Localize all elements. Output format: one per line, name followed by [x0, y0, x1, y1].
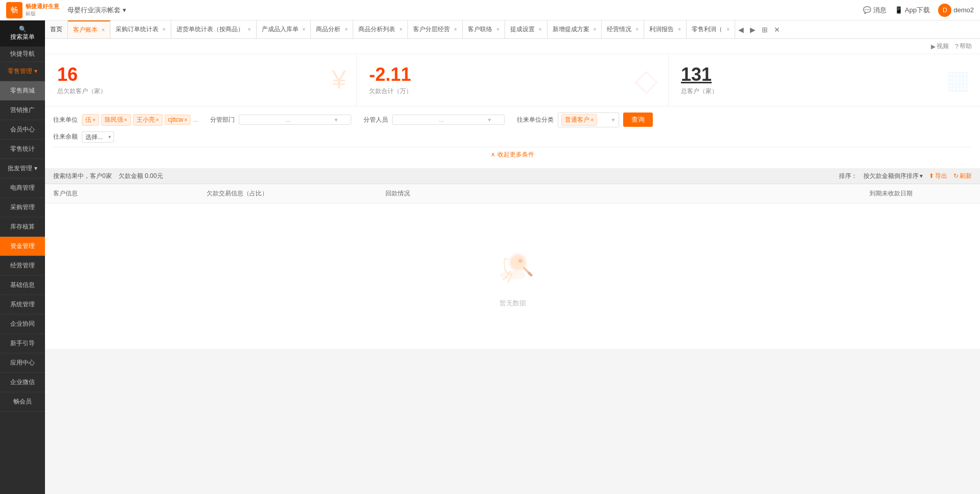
- department-more-btn[interactable]: ...: [286, 117, 290, 123]
- tab-close-product-in[interactable]: ×: [303, 27, 306, 32]
- app-download-button[interactable]: 📱 App下载: [895, 6, 930, 15]
- tab-close-business-status[interactable]: ×: [635, 27, 639, 32]
- sidebar-item-new-guide[interactable]: 新手引导: [0, 334, 45, 353]
- sort-button[interactable]: 按欠款金额倒序排序 ▾: [863, 172, 923, 181]
- tab-profit-report[interactable]: 利润报告 ×: [644, 20, 687, 38]
- balance-select[interactable]: 选择...: [82, 131, 114, 143]
- filter-tag-wang-close[interactable]: ×: [156, 117, 159, 123]
- video-link[interactable]: ▶ 视频: [931, 42, 949, 51]
- tab-nav-more[interactable]: ⊞: [759, 26, 771, 34]
- category-label: 往来单位分类: [517, 116, 554, 124]
- sidebar-item-retail-stats[interactable]: 零售统计: [0, 140, 45, 159]
- sidebar-item-ecommerce[interactable]: 电商管理: [0, 178, 45, 198]
- tab-close-profit-report[interactable]: ×: [678, 27, 681, 32]
- sidebar-item-enterprise[interactable]: 企业协同: [0, 315, 45, 334]
- tab-close-product-analysis-list[interactable]: ×: [399, 27, 402, 32]
- help-link[interactable]: ? 帮助: [955, 42, 972, 51]
- stat-number-amount: -2.11: [369, 64, 411, 85]
- person-more-btn[interactable]: ...: [439, 117, 444, 123]
- tab-customer-accounts[interactable]: 客户账本 ×: [68, 20, 110, 38]
- tab-close-customer-tier[interactable]: ×: [454, 27, 457, 32]
- stat-label-customers: 总欠款客户（家）: [57, 87, 106, 96]
- tab-close-incoming[interactable]: ×: [248, 27, 251, 32]
- table-col-payment: 回款情况: [385, 189, 870, 198]
- balance-label: 往来余额: [53, 132, 78, 141]
- tab-product-analysis[interactable]: 商品分析 ×: [311, 20, 353, 38]
- tab-close-tip-settings[interactable]: ×: [539, 27, 542, 32]
- sidebar-item-finance[interactable]: 资金管理: [0, 237, 45, 256]
- department-label: 分管部门: [210, 116, 235, 124]
- tab-close-product-analysis[interactable]: ×: [345, 27, 348, 32]
- logo-icon: 畅: [6, 2, 22, 18]
- stat-icon-1: ¥: [332, 65, 346, 95]
- filter-tag-wu-close[interactable]: ×: [93, 117, 96, 123]
- top-bar: 畅 畅捷通好生意 标版 母婴行业演示帐套 ▾ 💬 消息 📱 App下载 D de…: [0, 0, 980, 20]
- content-area: 首页 客户账本 × 采购订单统计表 × 进货单统计表（按商品） × 产成品入库单…: [45, 20, 980, 494]
- filter-tag-chen: 陈民强 ×: [101, 114, 131, 126]
- sidebar-item-marketing[interactable]: 营销推广: [0, 101, 45, 120]
- tab-close-purchase[interactable]: ×: [163, 27, 166, 32]
- tab-nav-right[interactable]: ▶: [747, 26, 759, 34]
- empty-state: 暂无数据: [45, 204, 980, 349]
- tab-customer-tier[interactable]: 客户分层经营 ×: [408, 20, 463, 38]
- sidebar-item-retail-mall[interactable]: 零售商城: [0, 81, 45, 101]
- tab-tip-settings[interactable]: 提成设置 ×: [505, 20, 548, 38]
- mobile-icon: 📱: [895, 6, 903, 14]
- tab-close-customer-contact[interactable]: ×: [496, 27, 499, 32]
- tab-product-analysis-list[interactable]: 商品分析列表 ×: [353, 20, 408, 38]
- account-selector[interactable]: 母婴行业演示帐套 ▾: [63, 4, 130, 17]
- user-profile[interactable]: D demo2: [938, 4, 974, 17]
- export-button[interactable]: ⬆ 导出: [929, 172, 947, 181]
- retail-manage-label: 零售管理: [8, 68, 32, 75]
- filter-tag-cjttcw-close[interactable]: ×: [185, 117, 188, 123]
- sidebar-item-app-center[interactable]: 应用中心: [0, 353, 45, 373]
- balance-select-wrap: 选择...: [82, 131, 114, 143]
- table-col-debt-info: 欠款交易信息（占比）: [207, 189, 385, 198]
- sort-arrow-icon: ▾: [920, 172, 923, 179]
- filter-tag-chen-close[interactable]: ×: [124, 117, 127, 123]
- refresh-button[interactable]: ↻ 刷新: [953, 172, 972, 181]
- stat-block-total: ▦ 131 总客户（家）: [669, 54, 980, 106]
- stat-icon-3: ▦: [946, 65, 970, 95]
- filter-row-1: 往来单位 伍 × 陈民强 × 王小亮 ×: [53, 113, 972, 127]
- table-col-customer-info: 客户信息: [53, 189, 207, 198]
- stat-block-customers: ¥ 16 总欠款客户（家）: [45, 54, 357, 106]
- sidebar-item-ops[interactable]: 经营管理: [0, 256, 45, 276]
- video-icon: ▶: [931, 43, 936, 50]
- sidebar-item-system[interactable]: 系统管理: [0, 295, 45, 315]
- sidebar-item-purchase[interactable]: 采购管理: [0, 198, 45, 217]
- filter-tag-wu: 伍 ×: [82, 114, 99, 126]
- sidebar-item-wholesale-manage[interactable]: 批发管理 ▾: [0, 159, 45, 178]
- tab-incoming-stats[interactable]: 进货单统计表（按商品） ×: [171, 20, 257, 38]
- sidebar-item-basic-info[interactable]: 基础信息: [0, 276, 45, 295]
- tab-nav-close-all[interactable]: ✕: [771, 26, 783, 34]
- tab-close-customer-accounts[interactable]: ×: [102, 27, 105, 33]
- tab-home[interactable]: 首页: [45, 20, 68, 38]
- sidebar-item-member[interactable]: 会员中心: [0, 120, 45, 140]
- person-input[interactable]: ... ▼: [392, 115, 505, 125]
- filter-row-2: 往来余额 选择...: [53, 131, 972, 143]
- tab-purchase-order-stats[interactable]: 采购订单统计表 ×: [110, 20, 171, 38]
- sidebar-quick-nav[interactable]: 快捷导航: [0, 47, 45, 62]
- sidebar-item-vip[interactable]: 畅会员: [0, 392, 45, 412]
- sidebar-search[interactable]: 🔍 搜索菜单: [0, 20, 45, 47]
- tab-customer-contact[interactable]: 客户联络 ×: [463, 20, 505, 38]
- collapse-button[interactable]: ∧ 收起更多条件: [53, 147, 972, 162]
- tab-product-in[interactable]: 产成品入库单 ×: [257, 20, 311, 38]
- sidebar-item-retail-manage[interactable]: 零售管理 ▾: [0, 62, 45, 81]
- tab-nav-left[interactable]: ◀: [735, 26, 747, 34]
- tab-retail-profit[interactable]: 零售利润（ ×: [687, 20, 735, 38]
- filter-tag-normal-customer-close[interactable]: ×: [590, 117, 594, 123]
- department-input[interactable]: ... ▼: [239, 115, 351, 125]
- tab-close-new-tip-plan[interactable]: ×: [594, 27, 597, 32]
- tab-new-tip-plan[interactable]: 新增提成方案 ×: [548, 20, 602, 38]
- tab-business-status[interactable]: 经营情况 ×: [602, 20, 644, 38]
- sidebar-item-inventory[interactable]: 库存核算: [0, 217, 45, 237]
- page-content: ▶ 视频 ? 帮助 ¥ 16 总欠款客户（家） ◇ -2.11 欠款: [45, 39, 980, 494]
- message-button[interactable]: 💬 消息: [863, 6, 886, 15]
- sidebar-item-wechat[interactable]: 企业微信: [0, 373, 45, 392]
- help-icon: ?: [955, 43, 959, 50]
- tab-close-retail-profit[interactable]: ×: [726, 27, 730, 32]
- query-button[interactable]: 查询: [623, 113, 653, 127]
- filter-more-company[interactable]: ...: [193, 116, 198, 123]
